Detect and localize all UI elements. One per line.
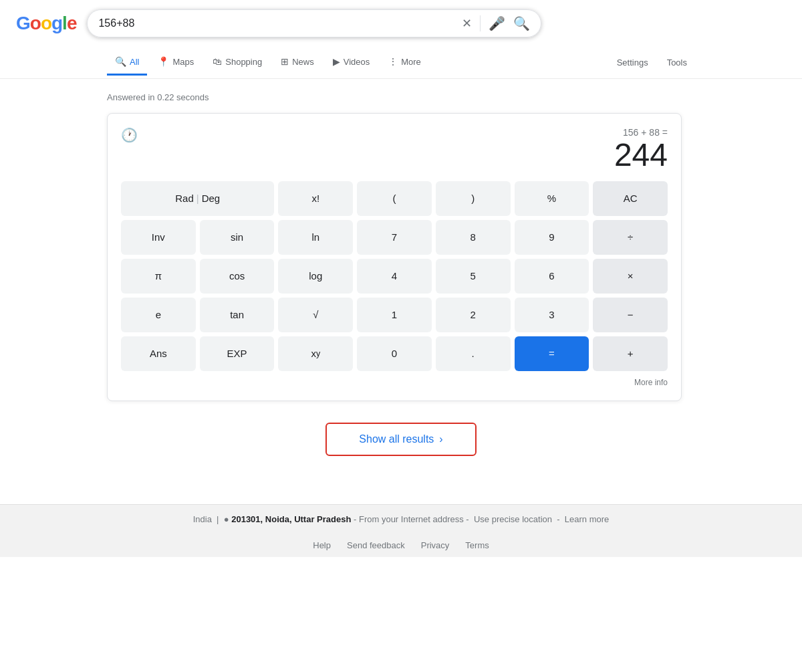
calculator-grid: Rad | Deg x! ( ) % AC Inv sin ln 7 8 9 ÷… bbox=[121, 181, 668, 371]
show-all-label: Show all results bbox=[359, 433, 434, 445]
microphone-icon: 🎤 bbox=[489, 15, 505, 31]
maps-icon: 📍 bbox=[158, 56, 169, 67]
footer-dash: - bbox=[557, 514, 559, 524]
tab-videos-label: Videos bbox=[344, 57, 370, 67]
footer-links: Help Send feedback Privacy Terms bbox=[0, 534, 802, 557]
footer-precise-link[interactable]: Use precise location bbox=[474, 514, 552, 524]
btn-log[interactable]: log bbox=[278, 259, 353, 294]
history-icon[interactable]: 🕐 bbox=[121, 127, 138, 143]
nav-tabs: 🔍 All 📍 Maps 🛍 Shopping ⊞ News ▶ Videos … bbox=[0, 47, 802, 79]
btn-cos[interactable]: cos bbox=[200, 259, 275, 294]
show-all-results-button[interactable]: Show all results › bbox=[325, 423, 476, 456]
btn-open-paren[interactable]: ( bbox=[357, 181, 432, 216]
main-content: Answered in 0.22 seconds 🕐 156 + 88 = 24… bbox=[0, 79, 802, 464]
btn-8[interactable]: 8 bbox=[436, 220, 511, 255]
btn-xy[interactable]: xy bbox=[278, 336, 353, 371]
header: Google ✕ 🎤 🔍 bbox=[0, 0, 802, 47]
btn-subtract[interactable]: − bbox=[593, 298, 668, 332]
rad-label: Rad bbox=[175, 193, 194, 204]
settings-link[interactable]: Settings bbox=[609, 51, 656, 74]
news-icon: ⊞ bbox=[281, 56, 289, 67]
tab-all-label: All bbox=[130, 57, 139, 67]
btn-inv[interactable]: Inv bbox=[121, 220, 196, 255]
deg-label: Deg bbox=[202, 193, 221, 204]
btn-sin[interactable]: sin bbox=[200, 220, 275, 255]
btn-equals[interactable]: = bbox=[515, 336, 589, 371]
footer-learn-link[interactable]: Learn more bbox=[565, 514, 609, 524]
btn-divide[interactable]: ÷ bbox=[593, 220, 668, 255]
btn-7[interactable]: 7 bbox=[357, 220, 432, 255]
btn-e[interactable]: e bbox=[121, 298, 196, 332]
chevron-right-icon: › bbox=[439, 433, 442, 445]
footer-privacy-link[interactable]: Privacy bbox=[421, 540, 450, 550]
btn-sqrt[interactable]: √ bbox=[278, 298, 353, 332]
btn-5[interactable]: 5 bbox=[436, 259, 511, 294]
tab-news[interactable]: ⊞ News bbox=[273, 49, 322, 76]
tab-maps[interactable]: 📍 Maps bbox=[150, 49, 202, 76]
tab-more-label: More bbox=[401, 57, 421, 67]
btn-pi[interactable]: π bbox=[121, 259, 196, 294]
btn-close-paren[interactable]: ) bbox=[436, 181, 511, 216]
tab-shopping-label: Shopping bbox=[225, 57, 262, 67]
footer-help-link[interactable]: Help bbox=[313, 540, 331, 550]
btn-2[interactable]: 2 bbox=[436, 298, 511, 332]
btn-add[interactable]: + bbox=[593, 336, 668, 371]
footer-feedback-link[interactable]: Send feedback bbox=[347, 540, 405, 550]
footer-country: India bbox=[193, 514, 212, 524]
search-bar-icons: ✕ 🎤 🔍 bbox=[462, 15, 530, 31]
footer-location: India | ● 201301, Noida, Uttar Pradesh -… bbox=[0, 504, 802, 534]
answered-text: Answered in 0.22 seconds bbox=[107, 92, 695, 102]
more-info-link[interactable]: More info bbox=[121, 378, 668, 387]
calc-expr-text: 156 + 88 = bbox=[614, 127, 668, 138]
btn-ln[interactable]: ln bbox=[278, 220, 353, 255]
btn-exp[interactable]: EXP bbox=[200, 336, 275, 371]
search-bar: ✕ 🎤 🔍 bbox=[87, 9, 541, 37]
btn-ans[interactable]: Ans bbox=[121, 336, 196, 371]
all-icon: 🔍 bbox=[115, 56, 126, 67]
btn-6[interactable]: 6 bbox=[515, 259, 589, 294]
btn-3[interactable]: 3 bbox=[515, 298, 589, 332]
videos-icon: ▶ bbox=[333, 56, 340, 67]
rad-deg-button[interactable]: Rad | Deg bbox=[121, 181, 274, 216]
google-logo: Google bbox=[16, 13, 76, 34]
voice-search-button[interactable]: 🎤 bbox=[489, 15, 505, 31]
show-all-wrapper: Show all results › bbox=[107, 423, 695, 456]
tab-shopping[interactable]: 🛍 Shopping bbox=[205, 49, 270, 76]
divider bbox=[480, 15, 481, 31]
shopping-icon: 🛍 bbox=[213, 56, 222, 67]
calc-top: 🕐 156 + 88 = 244 bbox=[121, 127, 668, 173]
tab-videos[interactable]: ▶ Videos bbox=[325, 49, 378, 76]
btn-ac[interactable]: AC bbox=[593, 181, 668, 216]
search-icon: 🔍 bbox=[513, 15, 530, 31]
btn-tan[interactable]: tan bbox=[200, 298, 275, 332]
btn-4[interactable]: 4 bbox=[357, 259, 432, 294]
tab-maps-label: Maps bbox=[172, 57, 194, 67]
calculator-card: 🕐 156 + 88 = 244 Rad | Deg x! ( ) % AC I… bbox=[107, 113, 682, 401]
btn-multiply[interactable]: × bbox=[593, 259, 668, 294]
clear-button[interactable]: ✕ bbox=[462, 16, 472, 31]
footer-address-suffix: - From your Internet address - bbox=[354, 514, 469, 524]
calc-result: 244 bbox=[614, 138, 668, 173]
tab-more[interactable]: ⋮ More bbox=[380, 49, 429, 76]
tools-link[interactable]: Tools bbox=[659, 51, 695, 74]
btn-0[interactable]: 0 bbox=[357, 336, 432, 371]
more-icon: ⋮ bbox=[388, 56, 398, 67]
tab-news-label: News bbox=[292, 57, 314, 67]
footer-dot: ● bbox=[224, 514, 229, 524]
rad-deg-separator: | bbox=[196, 193, 199, 204]
tab-all[interactable]: 🔍 All bbox=[107, 49, 147, 76]
close-icon: ✕ bbox=[462, 16, 472, 31]
btn-xl[interactable]: x! bbox=[278, 181, 353, 216]
btn-dot[interactable]: . bbox=[436, 336, 511, 371]
btn-1[interactable]: 1 bbox=[357, 298, 432, 332]
calc-expression: 156 + 88 = 244 bbox=[614, 127, 668, 173]
footer-address: 201301, Noida, Uttar Pradesh bbox=[231, 514, 351, 524]
footer-terms-link[interactable]: Terms bbox=[465, 540, 489, 550]
btn-9[interactable]: 9 bbox=[515, 220, 589, 255]
search-button[interactable]: 🔍 bbox=[513, 15, 530, 31]
btn-percent[interactable]: % bbox=[515, 181, 589, 216]
search-input[interactable] bbox=[98, 17, 456, 29]
